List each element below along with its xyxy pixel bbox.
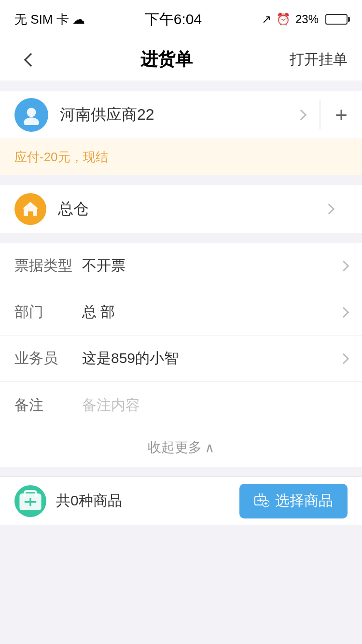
status-left: 无 SIM 卡 ☁ <box>14 11 85 28</box>
open-pending-button[interactable]: 打开挂单 <box>290 50 348 70</box>
supplier-name: 河南供应商22 <box>60 104 297 126</box>
svg-point-0 <box>27 108 36 117</box>
warehouse-card: 总仓 <box>0 185 362 233</box>
nav-bar: 进货单 打开挂单 <box>0 39 362 81</box>
salesperson-value: 这是859的小智 <box>72 349 340 368</box>
form-row-remark[interactable]: 备注 备注内容 <box>0 382 362 428</box>
status-right: ↗ ⏰ 23% <box>262 13 348 26</box>
department-chevron-icon <box>338 307 349 318</box>
supplier-avatar <box>14 98 48 132</box>
gap-3 <box>0 233 362 243</box>
warehouse-name: 总仓 <box>58 198 325 220</box>
invoice-chevron-icon <box>338 260 349 271</box>
status-time: 下午6:04 <box>145 10 202 29</box>
gap-1 <box>0 81 362 91</box>
collapse-icon: ∧ <box>205 440 215 456</box>
svg-marker-3 <box>23 202 38 209</box>
supplier-card: 河南供应商22 + 应付-20元，现结 <box>0 91 362 175</box>
form-row-invoice[interactable]: 票据类型 不开票 <box>0 243 362 289</box>
remark-placeholder: 备注内容 <box>72 395 348 415</box>
collapse-label: 收起更多 <box>148 438 202 457</box>
alarm-icon: ⏰ <box>276 13 291 26</box>
gap-4 <box>0 467 362 476</box>
department-label: 部门 <box>14 302 72 322</box>
supplier-chevron-icon <box>296 109 307 120</box>
form-row-department[interactable]: 部门 总 部 <box>0 289 362 336</box>
battery-label: 23% <box>295 13 319 26</box>
svg-point-1 <box>24 117 39 125</box>
status-bar: 无 SIM 卡 ☁ 下午6:04 ↗ ⏰ 23% <box>0 0 362 39</box>
product-icon <box>14 485 46 517</box>
notice-banner: 应付-20元，现结 <box>0 139 362 175</box>
battery-icon <box>325 14 348 25</box>
department-value: 总 部 <box>72 302 340 322</box>
invoice-value: 不开票 <box>72 256 340 276</box>
back-button[interactable] <box>14 45 43 74</box>
warehouse-chevron-icon <box>324 204 335 215</box>
location-icon: ↗ <box>262 13 271 26</box>
form-row-salesperson[interactable]: 业务员 这是859的小智 <box>0 336 362 382</box>
warehouse-row[interactable]: 总仓 <box>0 185 362 233</box>
select-product-icon <box>254 493 269 509</box>
page-background <box>0 525 362 644</box>
invoice-label: 票据类型 <box>14 256 72 276</box>
select-product-label: 选择商品 <box>275 491 333 511</box>
page-title: 进货单 <box>140 48 193 71</box>
gap-2 <box>0 175 362 185</box>
back-arrow-icon <box>24 53 38 66</box>
salesperson-chevron-icon <box>338 353 349 364</box>
bottom-bar: 共0种商品 选择商品 <box>0 476 362 525</box>
remark-label: 备注 <box>14 395 72 415</box>
add-supplier-button[interactable]: + <box>335 104 348 126</box>
collapse-row[interactable]: 收起更多 ∧ <box>0 428 362 467</box>
svg-rect-4 <box>28 211 33 216</box>
select-product-button[interactable]: 选择商品 <box>239 484 348 518</box>
warehouse-icon <box>14 193 46 225</box>
product-count: 共0种商品 <box>56 491 239 511</box>
form-section: 票据类型 不开票 部门 总 部 业务员 这是859的小智 备注 备注内容 <box>0 243 362 428</box>
supplier-row[interactable]: 河南供应商22 + <box>0 91 362 139</box>
supplier-divider <box>320 100 320 129</box>
no-sim-label: 无 SIM 卡 ☁ <box>14 11 85 28</box>
salesperson-label: 业务员 <box>14 349 72 368</box>
